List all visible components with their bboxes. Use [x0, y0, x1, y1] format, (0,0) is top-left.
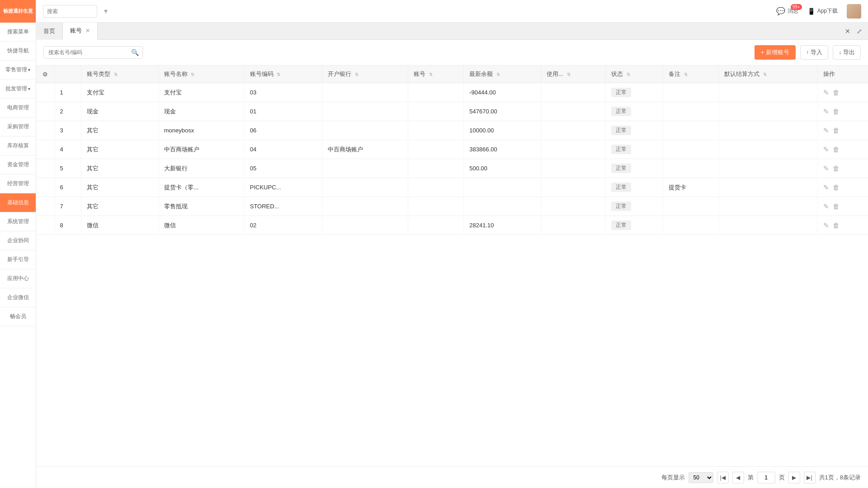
app-download-button[interactable]: 📱 App下载	[807, 7, 838, 15]
page-label: 页	[779, 474, 785, 482]
col-account-no[interactable]: 账号 ⇅	[408, 66, 464, 83]
edit-icon[interactable]: ✎	[823, 127, 829, 135]
col-account-name[interactable]: 账号名称 ⇅	[158, 66, 244, 83]
search-button[interactable]: 🔍	[127, 49, 142, 56]
delete-icon[interactable]: 🗑	[833, 202, 840, 210]
edit-icon[interactable]: ✎	[823, 202, 829, 211]
avatar[interactable]	[847, 4, 861, 19]
sidebar-item-beginner-guide[interactable]: 新手引导	[0, 250, 36, 269]
delete-icon[interactable]: 🗑	[833, 221, 840, 229]
action-icons: ✎ 🗑	[823, 108, 863, 116]
sidebar-item-search-menu[interactable]: 搜索菜单	[0, 23, 36, 42]
delete-icon[interactable]: 🗑	[833, 108, 840, 115]
sidebar-item-wholesale-mgmt[interactable]: 批发管理 ▾	[0, 80, 36, 99]
col-usage[interactable]: 使用... ⇅	[541, 66, 606, 83]
row-settings-cell	[36, 121, 54, 140]
last-page-button[interactable]: ▶|	[804, 472, 816, 483]
edit-icon[interactable]: ✎	[823, 108, 829, 116]
col-index	[54, 66, 81, 83]
row-action: ✎ 🗑	[817, 83, 868, 102]
tab-account[interactable]: 账号 ✕	[63, 23, 98, 40]
row-account-name: moneybosx	[158, 121, 244, 140]
col-account-type[interactable]: 账号类型 ⇅	[81, 66, 158, 83]
total-label: 共1页，8条记录	[819, 474, 861, 482]
page-size-select[interactable]: 50 100	[689, 472, 713, 483]
tab-account-close[interactable]: ✕	[85, 28, 90, 34]
row-account-type: 现金	[81, 102, 158, 121]
edit-icon[interactable]: ✎	[823, 164, 829, 173]
tab-close-all-button[interactable]: ✕	[843, 26, 853, 36]
edit-icon[interactable]: ✎	[823, 89, 829, 97]
sidebar-item-retail-mgmt[interactable]: 零售管理 ▾	[0, 61, 36, 80]
page-number-input[interactable]	[757, 472, 775, 483]
account-search-input[interactable]	[44, 47, 127, 58]
sidebar-item-operation-mgmt[interactable]: 经营管理	[0, 174, 36, 193]
sidebar-item-ecommerce-mgmt[interactable]: 电商管理	[0, 99, 36, 117]
message-badge: 99+	[791, 4, 802, 10]
delete-icon[interactable]: 🗑	[833, 164, 840, 172]
delete-icon[interactable]: 🗑	[833, 183, 840, 191]
message-icon: 💬	[776, 7, 785, 15]
row-remark	[663, 216, 719, 235]
next-page-button[interactable]: ▶	[788, 472, 800, 483]
sidebar-item-finance-mgmt[interactable]: 资金管理	[0, 155, 36, 174]
sidebar-label-basic-info: 基础信息	[7, 199, 29, 206]
export-button[interactable]: ↓ 导出	[833, 45, 861, 60]
sidebar-item-app-center[interactable]: 应用中心	[0, 269, 36, 288]
row-usage	[541, 197, 606, 216]
sidebar: 畅捷通好生意 搜索菜单 快捷导航 零售管理 ▾ 批发管理 ▾ 电商管理 采购管理…	[0, 0, 36, 488]
sidebar-item-vip-member[interactable]: 畅会员	[0, 307, 36, 326]
table-row: 2 现金 现金 01 547670.00 正常 ✎ 🗑	[36, 102, 868, 121]
col-account-code[interactable]: 账号编码 ⇅	[244, 66, 322, 83]
row-index: 4	[54, 140, 81, 159]
col-latest-balance[interactable]: 最新余额 ⇅	[464, 66, 541, 83]
sidebar-label-finance-mgmt: 资金管理	[7, 161, 29, 168]
dropdown-icon[interactable]: ▾	[104, 7, 108, 15]
row-latest-balance	[464, 197, 541, 216]
tab-expand-button[interactable]: ⤢	[854, 26, 864, 36]
edit-icon[interactable]: ✎	[823, 221, 829, 230]
content-toolbar: 🔍 + 新增账号 ↑ 导入 ↓ 导出	[36, 40, 868, 66]
delete-icon[interactable]: 🗑	[833, 89, 840, 96]
app-logo: 畅捷通好生意	[0, 0, 36, 23]
row-index: 2	[54, 102, 81, 121]
top-bar-right: 💬 99+ 消息 📱 App下载	[776, 4, 861, 19]
first-page-button[interactable]: |◀	[717, 472, 729, 483]
import-button[interactable]: ↑ 导入	[800, 45, 828, 60]
row-default-settlement	[719, 102, 818, 121]
row-remark	[663, 140, 719, 159]
delete-icon[interactable]: 🗑	[833, 145, 840, 153]
sidebar-item-enterprise-agreement[interactable]: 企业协同	[0, 231, 36, 250]
action-icons: ✎ 🗑	[823, 127, 863, 135]
row-index: 6	[54, 178, 81, 197]
sidebar-label-operation-mgmt: 经营管理	[7, 180, 29, 187]
row-account-no	[408, 197, 464, 216]
edit-icon[interactable]: ✎	[823, 145, 829, 154]
sidebar-item-enterprise-wechat[interactable]: 企业微信	[0, 288, 36, 307]
row-index: 5	[54, 159, 81, 178]
col-settings[interactable]: ⚙	[36, 66, 54, 83]
sidebar-item-inventory[interactable]: 库存核算	[0, 136, 36, 155]
row-account-type: 支付宝	[81, 83, 158, 102]
col-bank[interactable]: 开户银行 ⇅	[322, 66, 408, 83]
sidebar-item-purchase-mgmt[interactable]: 采购管理	[0, 117, 36, 136]
add-account-button[interactable]: + 新增账号	[755, 45, 796, 60]
edit-icon[interactable]: ✎	[823, 183, 829, 192]
prev-page-button[interactable]: ◀	[732, 472, 744, 483]
col-default-settlement[interactable]: 默认结算方式 ⇅	[719, 66, 818, 83]
col-remark[interactable]: 备注 ⇅	[663, 66, 719, 83]
sidebar-item-basic-info[interactable]: 基础信息	[0, 193, 36, 212]
sidebar-item-quick-nav[interactable]: 快捷导航	[0, 42, 36, 61]
col-status[interactable]: 状态 ⇅	[605, 66, 663, 83]
row-usage	[541, 216, 606, 235]
download-label: App下载	[817, 7, 838, 15]
sort-icon-account-code: ⇅	[277, 72, 280, 77]
delete-icon[interactable]: 🗑	[833, 127, 840, 134]
sidebar-label-inventory: 库存核算	[7, 142, 29, 149]
sidebar-item-system-mgmt[interactable]: 系统管理	[0, 212, 36, 231]
sidebar-label-vip-member: 畅会员	[10, 313, 26, 319]
sort-icon-status: ⇅	[627, 72, 630, 77]
tab-home[interactable]: 首页	[36, 23, 63, 40]
top-search-input[interactable]	[43, 5, 97, 18]
message-button[interactable]: 💬 99+ 消息	[776, 7, 798, 15]
